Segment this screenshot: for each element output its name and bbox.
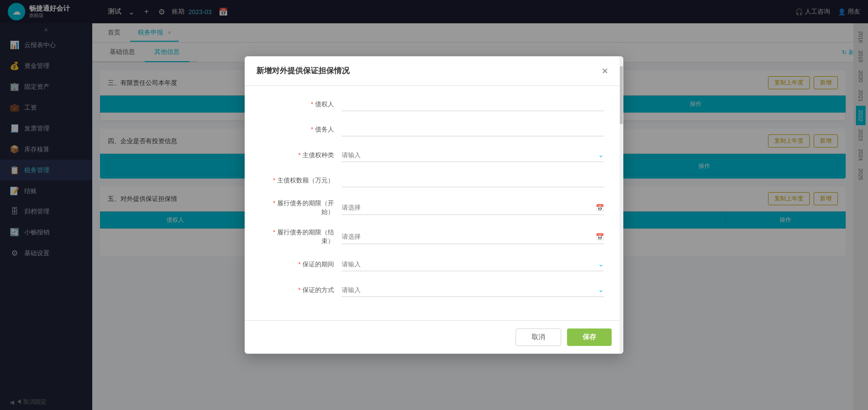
perform-start-date[interactable]: 📅	[342, 201, 604, 215]
form-row-creditor: * 债权人	[264, 98, 604, 111]
modal-footer: 取消 保存	[245, 320, 623, 354]
perform-end-label: * 履行债务的期限（结束）	[264, 228, 342, 246]
calendar-start-icon[interactable]: 📅	[596, 204, 604, 212]
cancel-button[interactable]: 取消	[516, 328, 561, 346]
creditor-label: * 债权人	[264, 100, 342, 109]
guarantee-period-arrow-icon: ⌄	[598, 260, 604, 268]
modal-close-button[interactable]: ×	[598, 64, 612, 78]
perform-start-label: * 履行债务的期限（开始）	[264, 199, 342, 216]
debtor-label: * 债务人	[264, 125, 342, 134]
guarantee-method-select[interactable]: ⌄	[342, 283, 604, 297]
form-row-perform-end: * 履行债务的期限（结束） 📅	[264, 228, 604, 246]
save-button[interactable]: 保存	[567, 328, 612, 346]
claim-type-arrow-icon: ⌄	[598, 151, 604, 159]
guarantee-method-input[interactable]	[342, 286, 598, 294]
form-row-perform-start: * 履行债务的期限（开始） 📅	[264, 199, 604, 216]
modal-scrollbar[interactable]	[619, 86, 623, 320]
guarantee-method-arrow-icon: ⌄	[598, 286, 604, 294]
calendar-end-icon[interactable]: 📅	[596, 233, 604, 241]
modal-body: * 债权人 * 债务人 * 主债权种	[245, 86, 623, 320]
perform-end-input[interactable]	[342, 233, 596, 240]
claim-amount-label: * 主债权数额（万元）	[264, 176, 342, 185]
modal-dialog: 新增对外提供保证担保情况 × * 债权人 *	[245, 56, 623, 354]
modal-overlay[interactable]: 新增对外提供保证担保情况 × * 债权人 *	[0, 0, 868, 410]
claim-amount-input[interactable]	[342, 174, 604, 187]
modal-title: 新增对外提供保证担保情况	[256, 66, 350, 76]
debtor-input[interactable]	[342, 123, 604, 136]
form-row-claim-amount: * 主债权数额（万元）	[264, 174, 604, 187]
modal-scroll-thumb	[620, 86, 623, 124]
guarantee-period-input[interactable]	[342, 261, 598, 268]
form-row-claim-type: * 主债权种类 ⌄	[264, 148, 604, 162]
form-row-debtor: * 债务人	[264, 123, 604, 136]
form-row-guarantee-period: * 保证的期间 ⌄	[264, 257, 604, 271]
claim-type-select[interactable]: ⌄	[342, 148, 604, 162]
claim-type-input[interactable]	[342, 151, 598, 159]
perform-start-input[interactable]	[342, 204, 596, 211]
perform-end-date[interactable]: 📅	[342, 230, 604, 244]
guarantee-period-select[interactable]: ⌄	[342, 257, 604, 271]
claim-type-label: * 主债权种类	[264, 151, 342, 160]
form-row-guarantee-method: * 保证的方式 ⌄	[264, 283, 604, 297]
creditor-input[interactable]	[342, 98, 604, 111]
guarantee-period-label: * 保证的期间	[264, 260, 342, 269]
guarantee-method-label: * 保证的方式	[264, 286, 342, 295]
modal-header: 新增对外提供保证担保情况 ×	[245, 56, 623, 86]
